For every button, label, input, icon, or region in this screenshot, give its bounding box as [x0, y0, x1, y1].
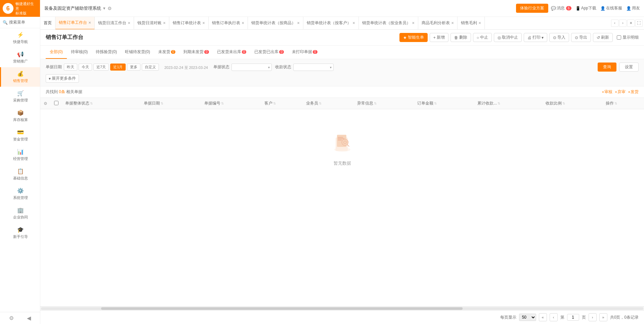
sidebar-item-system[interactable]: ⚙️系统管理: [0, 184, 40, 204]
filter-tab-shipped-not-out[interactable]: 已发货未出库0: [213, 46, 251, 59]
tab-prev-btn[interactable]: ‹: [611, 19, 618, 27]
sidebar-item-purchase[interactable]: 🛒采购管理: [0, 87, 40, 106]
tab-sales-workbench[interactable]: 销售订单工作台✕: [55, 17, 95, 30]
sidebar-item-basics[interactable]: 📋基础信息: [0, 165, 40, 184]
tab-sales-more[interactable]: 销售毛利✕: [458, 17, 485, 30]
sort-icon-status[interactable]: ⇅: [90, 102, 93, 105]
last-page-btn[interactable]: »: [599, 313, 607, 321]
sort-icon-actions[interactable]: ⇅: [614, 102, 617, 105]
page-size-select[interactable]: 50 10 20 100: [519, 314, 536, 321]
tab-next-btn[interactable]: ›: [619, 19, 627, 27]
tab-sales-stats[interactable]: 销售订单统计表✕: [169, 17, 209, 30]
tab-close-cargo-stats-product[interactable]: ✕: [297, 21, 300, 25]
status-select[interactable]: [231, 64, 272, 71]
horizontal-scrollbar[interactable]: [40, 306, 644, 310]
dropdown-icon[interactable]: ▾: [103, 6, 105, 11]
date-btn-近7天[interactable]: 近7天: [93, 64, 109, 71]
show-detail-toggle[interactable]: 显示明细: [617, 35, 639, 40]
tab-fullscreen-btn[interactable]: ⛶: [635, 19, 643, 27]
tab-close-all-btn[interactable]: ✕: [627, 19, 635, 27]
tab-close-cash-daily[interactable]: ✕: [128, 21, 130, 25]
prev-page-btn[interactable]: ‹: [550, 313, 558, 321]
date-btn-更多[interactable]: 更多: [127, 64, 140, 71]
tab-close-sales-exec[interactable]: ✕: [242, 21, 244, 25]
filter-tab-shipped-out[interactable]: 已发货已出库0: [250, 46, 288, 59]
cancel-review-action-btn[interactable]: 弃审: [615, 89, 626, 95]
sort-icon-date[interactable]: ⇅: [161, 102, 163, 105]
tab-cash-daily[interactable]: 钱货日清工作台✕: [95, 17, 134, 30]
trial-btn[interactable]: 体验行业方案: [516, 4, 548, 13]
expand-conditions-btn[interactable]: ▾ 展开更多条件: [46, 74, 79, 83]
show-detail-checkbox[interactable]: [617, 35, 621, 40]
filter-setting-btn[interactable]: 设置: [619, 63, 639, 72]
sort-icon-ratio[interactable]: ⇅: [562, 102, 565, 105]
tab-cargo-stats-customer[interactable]: 销货单统计表（按客户）✕: [303, 17, 359, 30]
date-btn-近1月[interactable]: 近1月: [110, 64, 126, 71]
sidebar-item-quick-nav[interactable]: ⚡快捷导航: [0, 28, 40, 48]
sort-icon-collected[interactable]: ⇅: [498, 102, 500, 105]
tab-sales-exec[interactable]: 销售订单执行表✕: [209, 17, 248, 30]
search-menu[interactable]: 🔍 搜索菜单: [0, 17, 40, 28]
date-btn-自定义[interactable]: 自定义: [142, 64, 159, 71]
tab-home[interactable]: 首页: [40, 17, 55, 30]
tab-close-cash-reconcile[interactable]: ✕: [163, 21, 166, 25]
sort-icon-number[interactable]: ⇅: [221, 102, 224, 105]
tab-close-sales-workbench[interactable]: ✕: [88, 21, 91, 25]
tab-close-sales-more[interactable]: ✕: [478, 21, 481, 25]
online-service-btn[interactable]: 👤 在线客服: [600, 5, 622, 11]
scroll-thumb[interactable]: [101, 307, 463, 310]
date-btn-今天[interactable]: 今天: [79, 64, 92, 71]
sidebar-item-enterprise[interactable]: 🏢企业协同: [0, 204, 40, 223]
filter-tab-pending-check[interactable]: 待拣验货(0): [92, 46, 121, 59]
tab-cash-reconcile[interactable]: 钱货日清对账✕: [134, 17, 169, 30]
cancel-stop-btn[interactable]: ◎ 取消中止: [494, 33, 522, 42]
filter-tab-not-printed[interactable]: 未打印单据0: [288, 46, 321, 59]
user-btn[interactable]: 👤 用友: [626, 5, 640, 11]
import-btn[interactable]: ⊙ 导入: [549, 33, 569, 42]
delete-btn[interactable]: 🗑 删除: [450, 33, 471, 42]
sidebar-item-finance[interactable]: 💳资金管理: [0, 126, 40, 145]
sort-icon-amount[interactable]: ⇅: [434, 102, 437, 105]
filter-tab-overdue-not-shipped[interactable]: 到期未发货0: [179, 46, 213, 59]
message-btn[interactable]: 💬 消息 6: [551, 5, 571, 11]
refresh-btn[interactable]: ↺ 刷新: [593, 33, 613, 42]
ship-action-btn[interactable]: 发货: [628, 89, 639, 95]
app-download-btn[interactable]: 📱 App下载: [575, 5, 596, 11]
sidebar-item-inventory[interactable]: 📦库存核算: [0, 106, 40, 126]
smart-create-btn[interactable]: ★ 智能生单: [399, 33, 428, 42]
sidebar-item-marketing[interactable]: 📢营销推广: [0, 48, 40, 67]
filter-tab-all[interactable]: 全部(0): [46, 46, 67, 59]
settings-icon[interactable]: ⚙: [9, 315, 14, 321]
payment-select[interactable]: [293, 64, 334, 71]
next-page-btn[interactable]: ›: [589, 313, 597, 321]
settings-icon[interactable]: ⚙: [108, 6, 112, 11]
tab-cargo-stats-product[interactable]: 销货单统计表（按商品）✕: [248, 17, 303, 30]
filter-tab-not-shipped[interactable]: 未发货0: [154, 46, 180, 59]
select-all-checkbox[interactable]: [54, 101, 58, 105]
sidebar-item-sales[interactable]: 💰销售管理: [0, 67, 40, 87]
sidebar-item-operations[interactable]: 📊经营管理: [0, 145, 40, 165]
first-page-btn[interactable]: «: [539, 313, 547, 321]
filter-tab-pending-review[interactable]: 待审核(0): [67, 46, 92, 59]
query-btn[interactable]: 查询: [598, 63, 616, 72]
column-settings-icon[interactable]: ⚙: [44, 101, 47, 106]
tab-close-sales-stats[interactable]: ✕: [202, 21, 205, 25]
new-btn[interactable]: + 新增: [430, 33, 448, 42]
collapse-icon[interactable]: ◀: [27, 315, 31, 321]
sort-icon-staff[interactable]: ⇅: [319, 102, 321, 105]
page-number-input[interactable]: [567, 314, 579, 321]
tab-close-cargo-stats-staff[interactable]: ✕: [412, 21, 415, 25]
tab-close-cargo-stats-customer[interactable]: ✕: [352, 21, 355, 25]
tab-product-margin[interactable]: 商品毛利分析表✕: [418, 17, 458, 30]
review-action-btn[interactable]: 审核: [602, 89, 612, 95]
date-btn-昨天[interactable]: 昨天: [64, 64, 77, 71]
export-btn[interactable]: ⊙ 导出: [571, 33, 591, 42]
sidebar-item-guide[interactable]: 🎓新手引导: [0, 223, 40, 243]
sort-icon-customer[interactable]: ⇅: [273, 102, 276, 105]
stop-btn[interactable]: ○ 中止: [473, 33, 492, 42]
filter-tab-wangpu-pending[interactable]: 旺铺待发货(0): [121, 46, 154, 59]
print-btn[interactable]: 🖨 打印 ▾: [524, 33, 547, 42]
tab-close-product-margin[interactable]: ✕: [451, 21, 454, 25]
tab-cargo-stats-staff[interactable]: 销货单统计表（按业务员）✕: [359, 17, 418, 30]
sort-icon-abnormal[interactable]: ⇅: [374, 102, 377, 105]
